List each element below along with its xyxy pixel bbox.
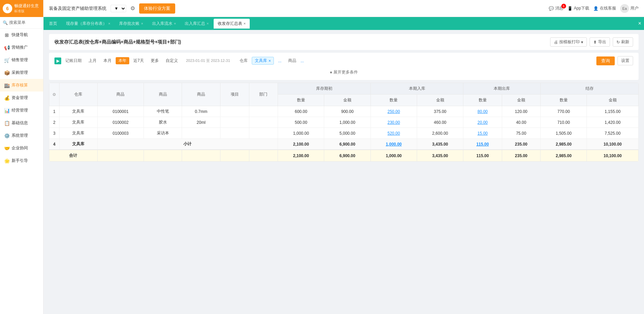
tab-inout-flow-close[interactable]: ×	[174, 21, 176, 26]
cell-opening-qty: 1,000.00	[278, 128, 324, 139]
setting-button[interactable]: 设置	[617, 56, 633, 65]
table-settings-icon[interactable]: ⚙	[52, 92, 56, 97]
system-name: 装备及固定资产辅助管理系统	[49, 5, 106, 12]
cell-name: 胶水	[144, 117, 182, 128]
tab-batch-close[interactable]: ×	[141, 21, 143, 26]
cell-project	[220, 117, 249, 128]
date-btn-7days[interactable]: 近7天	[131, 57, 147, 64]
cell-in-amt: 375.00	[417, 106, 463, 117]
cell-spec: 0.7mm	[182, 106, 220, 117]
cell-out-qty[interactable]: 80.00	[463, 106, 502, 117]
expand-conditions-btn[interactable]: ▾ 展开更多条件	[330, 68, 358, 77]
subtotal-warehouse: 文具库	[60, 139, 98, 150]
tab-inout-summary[interactable]: 出入库汇总 ×	[181, 19, 213, 29]
cell-closing-qty: 710.00	[541, 117, 587, 128]
total-closing-qty: 2,985.00	[541, 150, 587, 162]
query-button[interactable]: 查询	[596, 56, 615, 65]
tab-home[interactable]: 首页	[45, 19, 61, 29]
refresh-button[interactable]: ↻ 刷新	[613, 37, 633, 47]
tab-inout-summary-close[interactable]: ×	[207, 21, 209, 26]
cell-closing-qty: 770.00	[541, 106, 587, 117]
tab-batch-label: 库存批次账	[119, 21, 139, 27]
tab-receive-summary-close[interactable]: ×	[244, 21, 246, 26]
total-name	[144, 150, 182, 162]
app-label: App下载	[574, 5, 589, 11]
search-menu[interactable]: 🔍 搜索菜单	[0, 17, 43, 29]
search-icon: 🔍	[3, 20, 8, 25]
cell-code: 0100003	[97, 128, 144, 139]
th-in: 本期入库	[370, 83, 463, 95]
product-more-btn[interactable]: ...	[300, 59, 304, 63]
th-closing-qty: 数量	[541, 95, 587, 106]
print-label: 按模板打印	[559, 39, 580, 45]
cell-opening-amt: 1,000.00	[324, 117, 370, 128]
tab-inventory-dist[interactable]: 现存量（库存分布表） ×	[62, 19, 114, 29]
sidebar-item-system[interactable]: ⚙️ 系统管理	[0, 129, 43, 142]
tab-home-label: 首页	[49, 21, 57, 27]
cell-in-qty[interactable]: 520.00	[370, 128, 417, 139]
sidebar-item-label: 采购管理	[12, 70, 28, 76]
tab-batch-account[interactable]: 库存批次账 ×	[115, 19, 147, 29]
expand-label: 展开更多条件	[333, 69, 358, 75]
total-row: 合计 2,100.00 6,900.00 1,000.00 3,435.00 1…	[49, 150, 639, 162]
warehouse-tag-close[interactable]: ×	[268, 59, 271, 63]
sidebar-item-enterprise[interactable]: 🤝 企业协同	[0, 142, 43, 154]
tab-inout-summary-label: 出入库汇总	[185, 21, 205, 27]
cell-closing-qty: 1,505.00	[541, 128, 587, 139]
subtotal-closing-amt: 10,100.00	[587, 139, 639, 150]
print-button[interactable]: 🖨 按模板打印 ▾	[550, 37, 587, 47]
sidebar-item-guide[interactable]: 🌟 新手引导	[0, 154, 43, 167]
warehouse-more-btn[interactable]: ...	[278, 59, 281, 63]
operation-icon: 📊	[4, 108, 10, 113]
data-table: ⚙ 仓库 商品 商品 商品 项目 部门 库存期初 本期入库 本期出库 结存	[49, 83, 639, 162]
sidebar-item-finance[interactable]: 💰 资金管理	[0, 92, 43, 104]
logo: 6 畅捷通好生意 标准版	[0, 0, 43, 17]
date-btn-last-month[interactable]: 上月	[86, 57, 99, 64]
sidebar-item-purchase[interactable]: 📦 采购管理	[0, 66, 43, 79]
total-label: 合计	[49, 150, 98, 162]
sidebar-item-operation[interactable]: 📊 经营管理	[0, 104, 43, 117]
th-closing: 结存	[541, 83, 639, 95]
export-label: 导出	[598, 39, 606, 45]
tabs-bar: 首页 现存量（库存分布表） × 库存批次账 × 出入库流水 × 出入库汇总 × …	[44, 17, 644, 30]
cell-no: 1	[49, 106, 60, 117]
subtotal-out-qty: 115.00	[463, 139, 502, 150]
warehouse-label: 仓库	[240, 58, 248, 64]
total-out-amt: 235.00	[502, 150, 540, 162]
tabs-close-all-button[interactable]: ×	[637, 19, 643, 28]
trial-button[interactable]: 体验行业方案	[139, 3, 175, 14]
app-download-button[interactable]: 📱 App下载	[567, 5, 589, 11]
gear-icon[interactable]: ⚙	[130, 5, 135, 12]
message-button[interactable]: 💬 消息 6	[549, 5, 563, 11]
cell-in-qty[interactable]: 250.00	[370, 106, 417, 117]
cell-warehouse: 文具库	[60, 117, 98, 128]
tab-inout-flow[interactable]: 出入库流水 ×	[148, 19, 180, 29]
th-spec: 商品	[182, 83, 220, 106]
date-btn-custom[interactable]: 自定义	[163, 57, 181, 64]
tab-receive-summary-label: 收发存汇总表	[218, 21, 242, 27]
total-in-qty: 1,000.00	[370, 150, 417, 162]
date-btn-this-month[interactable]: 本月	[101, 57, 114, 64]
total-opening-amt: 6,900.00	[324, 150, 370, 162]
cell-out-amt: 40.00	[502, 117, 540, 128]
cell-out-qty[interactable]: 15.00	[463, 128, 502, 139]
sidebar-item-quick-nav[interactable]: ⊞ 快捷导航	[0, 29, 43, 41]
service-button[interactable]: 👤 在线客服	[593, 5, 616, 11]
sidebar-item-basic[interactable]: 📋 基础信息	[0, 117, 43, 129]
user-button[interactable]: Ea 用户	[620, 4, 639, 13]
sidebar-item-inventory[interactable]: 🏬 库存核算	[0, 79, 43, 92]
date-btn-this-year[interactable]: 本年	[116, 57, 129, 64]
filter-collapse-btn[interactable]: ▶	[54, 57, 61, 64]
system-select[interactable]: ▼	[111, 5, 126, 12]
tab-inventory-dist-close[interactable]: ×	[108, 21, 110, 26]
sidebar-item-marketing[interactable]: 📢 营销推广	[0, 41, 43, 54]
export-button[interactable]: ⬆ 导出	[590, 37, 610, 47]
message-badge: 6	[561, 4, 566, 9]
cell-out-qty[interactable]: 20.00	[463, 117, 502, 128]
sidebar-item-sales[interactable]: 🛒 销售管理	[0, 54, 43, 66]
cell-name: 中性笔	[144, 106, 182, 117]
date-btn-more[interactable]: 更多	[148, 57, 162, 64]
sidebar-nav: ⊞ 快捷导航 📢 营销推广 🛒 销售管理 📦 采购管理 🏬 库存核算 💰 资金管…	[0, 29, 43, 314]
cell-in-qty[interactable]: 230.00	[370, 117, 417, 128]
tab-receive-summary[interactable]: 收发存汇总表 ×	[214, 19, 250, 29]
